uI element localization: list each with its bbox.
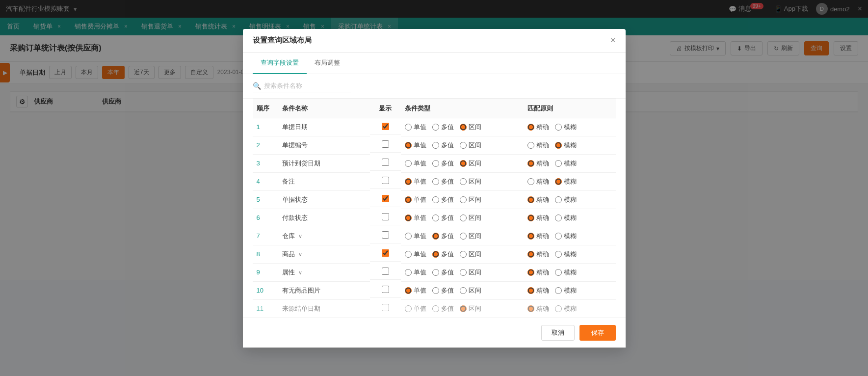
- row-match-cell: 精确 模糊: [524, 227, 616, 245]
- match-exact-option[interactable]: 精确: [527, 195, 549, 204]
- row-type-cell: 单值 多值 区间: [401, 136, 524, 154]
- row-match-cell: 精确 模糊: [524, 190, 616, 209]
- type-multi-option[interactable]: 多值: [432, 177, 454, 186]
- row-match-cell: 精确 模糊: [524, 118, 616, 136]
- settings-modal: 设置查询区域布局 × 查询字段设置 布局调整 🔍: [243, 29, 626, 280]
- th-match: 匹配原则: [524, 99, 616, 118]
- modal-header: 设置查询区域布局 ×: [243, 29, 626, 53]
- match-fuzzy-option[interactable]: 模糊: [555, 141, 577, 150]
- type-multi-option[interactable]: 多值: [432, 141, 454, 150]
- modal-close-btn[interactable]: ×: [610, 36, 616, 45]
- type-single-option[interactable]: 单值: [405, 232, 426, 241]
- table-row: 3 预计到货日期 单值 多值 区间: [253, 154, 616, 172]
- display-checkbox[interactable]: [382, 177, 389, 184]
- type-single-option[interactable]: 单值: [405, 123, 426, 132]
- conditions-table: 顺序 条件名称 显示 条件类型 匹配原则 1 单据日期: [253, 99, 616, 280]
- match-exact-option[interactable]: 精确: [527, 123, 549, 132]
- display-checkbox[interactable]: [382, 213, 389, 220]
- row-name: 单据日期: [278, 118, 370, 136]
- type-range-option[interactable]: 区间: [460, 159, 481, 168]
- row-order: 2: [257, 141, 260, 149]
- display-checkbox[interactable]: [382, 231, 389, 239]
- display-checkbox[interactable]: [382, 159, 389, 166]
- type-range-option[interactable]: 区间: [460, 268, 481, 277]
- row-name: 单据编号: [278, 136, 370, 154]
- type-single-option[interactable]: 单值: [405, 268, 426, 277]
- modal-tab-layout[interactable]: 布局调整: [307, 53, 348, 74]
- row-name: 仓库 ∨: [278, 227, 370, 245]
- type-range-option[interactable]: 区间: [460, 141, 481, 150]
- row-order: 1: [257, 123, 260, 131]
- match-fuzzy-option[interactable]: 模糊: [555, 177, 577, 186]
- match-exact-option[interactable]: 精确: [527, 250, 549, 259]
- table-row: 2 单据编号 单值 多值 区间: [253, 136, 616, 154]
- display-checkbox[interactable]: [382, 123, 389, 130]
- display-checkbox[interactable]: [382, 195, 389, 202]
- match-exact-option[interactable]: 精确: [527, 214, 549, 222]
- row-match-cell: 精确 模糊: [524, 209, 616, 227]
- table-row: 5 单据状态 单值 多值 区间: [253, 190, 616, 209]
- th-display: 显示: [370, 99, 401, 118]
- modal-tab-query-fields[interactable]: 查询字段设置: [253, 53, 307, 74]
- type-single-option[interactable]: 单值: [405, 195, 426, 204]
- row-display-cell: [370, 154, 401, 171]
- match-fuzzy-option[interactable]: 模糊: [555, 268, 577, 277]
- row-order: 6: [257, 214, 260, 221]
- table-row: 4 备注 单值 多值 区间: [253, 172, 616, 190]
- type-range-option[interactable]: 区间: [460, 214, 481, 222]
- row-display-cell: [370, 118, 401, 135]
- display-checkbox[interactable]: [382, 140, 389, 148]
- row-type-cell: 单值 多值 区间: [401, 209, 524, 227]
- type-multi-option[interactable]: 多值: [432, 214, 454, 222]
- row-name: 付款状态: [278, 209, 370, 227]
- match-exact-option[interactable]: 精确: [527, 268, 549, 277]
- type-multi-option[interactable]: 多值: [432, 250, 454, 259]
- type-range-option[interactable]: 区间: [460, 232, 481, 241]
- row-name: 属性 ∨: [278, 263, 370, 280]
- expand-icon: ∨: [298, 233, 302, 239]
- row-type-cell: 单值 多值 区间: [401, 245, 524, 263]
- modal-body: 查询字段设置 布局调整 🔍 顺序 条: [243, 53, 626, 280]
- match-exact-option[interactable]: 精确: [527, 232, 549, 241]
- row-display-cell: [370, 227, 401, 243]
- match-exact-option[interactable]: 精确: [527, 177, 549, 186]
- row-type-cell: 单值 多值 区间: [401, 227, 524, 245]
- row-order: 9: [257, 269, 260, 276]
- row-match-cell: 精确 模糊: [524, 154, 616, 172]
- match-fuzzy-option[interactable]: 模糊: [555, 159, 577, 168]
- type-multi-option[interactable]: 多值: [432, 268, 454, 277]
- type-multi-option[interactable]: 多值: [432, 159, 454, 168]
- modal-title: 设置查询区域布局: [253, 36, 312, 45]
- type-multi-option[interactable]: 多值: [432, 232, 454, 241]
- type-range-option[interactable]: 区间: [460, 250, 481, 259]
- match-exact-option[interactable]: 精确: [527, 159, 549, 168]
- type-multi-option[interactable]: 多值: [432, 123, 454, 132]
- expand-icon: ∨: [298, 251, 302, 257]
- th-name: 条件名称: [278, 99, 370, 118]
- type-single-option[interactable]: 单值: [405, 250, 426, 259]
- type-single-option[interactable]: 单值: [405, 177, 426, 186]
- type-range-option[interactable]: 区间: [460, 123, 481, 132]
- match-fuzzy-option[interactable]: 模糊: [555, 195, 577, 204]
- row-name: 预计到货日期: [278, 154, 370, 172]
- row-name: 单据状态: [278, 190, 370, 209]
- type-single-option[interactable]: 单值: [405, 214, 426, 222]
- type-range-option[interactable]: 区间: [460, 177, 481, 186]
- match-fuzzy-option[interactable]: 模糊: [555, 232, 577, 241]
- match-fuzzy-option[interactable]: 模糊: [555, 250, 577, 259]
- match-exact-option[interactable]: 精确: [527, 141, 549, 150]
- row-match-cell: 精确 模糊: [524, 245, 616, 263]
- modal-overlay: 设置查询区域布局 × 查询字段设置 布局调整 🔍: [0, 0, 868, 280]
- row-order: 3: [257, 160, 260, 167]
- display-checkbox[interactable]: [382, 249, 389, 257]
- type-range-option[interactable]: 区间: [460, 195, 481, 204]
- type-single-option[interactable]: 单值: [405, 159, 426, 168]
- type-single-option[interactable]: 单值: [405, 141, 426, 150]
- modal-table-wrap: 顺序 条件名称 显示 条件类型 匹配原则 1 单据日期: [243, 99, 626, 280]
- match-fuzzy-option[interactable]: 模糊: [555, 123, 577, 132]
- match-fuzzy-option[interactable]: 模糊: [555, 214, 577, 222]
- row-order: 8: [257, 250, 260, 258]
- type-multi-option[interactable]: 多值: [432, 195, 454, 204]
- search-input[interactable]: [264, 82, 342, 89]
- display-checkbox[interactable]: [382, 268, 389, 275]
